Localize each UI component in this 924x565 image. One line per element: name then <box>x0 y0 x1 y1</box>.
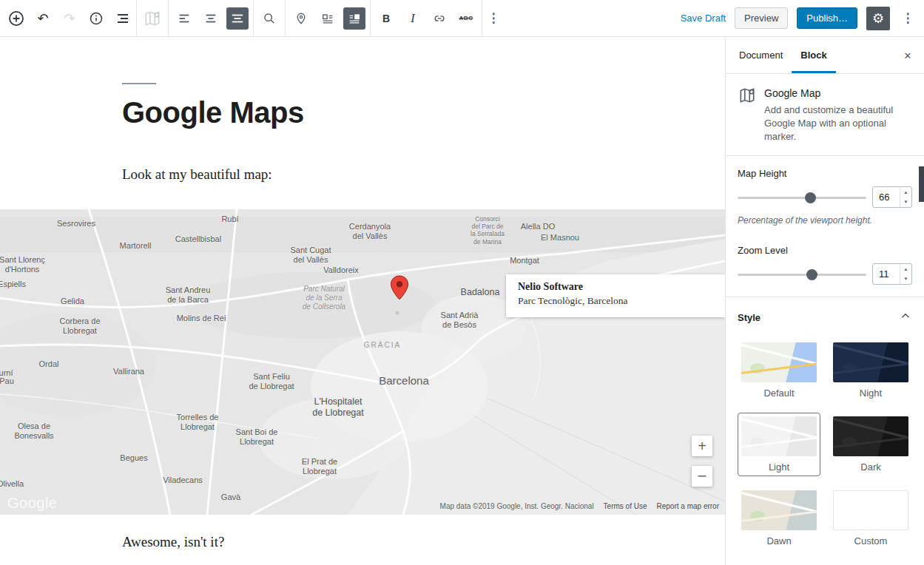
toolbar-right-group: Save Draft Preview Publish… ⚙ ⋮ <box>681 0 924 36</box>
plus-circle-icon <box>8 10 24 27</box>
alignment-group <box>168 0 253 36</box>
slider-thumb[interactable] <box>805 192 816 203</box>
infowindow-right-button[interactable] <box>343 7 365 30</box>
toolbar-left-group: ↶ ↷ <box>0 0 136 36</box>
zoom-level-input[interactable]: 11 ▲▼ <box>872 263 912 285</box>
link-button[interactable] <box>426 5 453 32</box>
bold-button[interactable]: B <box>373 5 399 32</box>
map-place-label: Sesrovires <box>57 219 95 229</box>
google-logo[interactable]: Google <box>7 495 58 512</box>
google-map-block-button[interactable] <box>139 5 166 32</box>
stepper-arrows[interactable]: ▲▼ <box>900 264 911 284</box>
map-height-slider[interactable] <box>738 187 866 208</box>
map-place-label: Sant Cugat del Vallès <box>290 246 331 265</box>
align-wide-button[interactable] <box>226 7 249 30</box>
style-option-light[interactable]: Light <box>738 413 820 476</box>
style-thumbnail <box>741 490 817 530</box>
preview-button[interactable]: Preview <box>735 7 788 29</box>
info-window-title: Nelio Software <box>518 281 713 293</box>
save-draft-button[interactable]: Save Draft <box>681 13 726 24</box>
undo-button[interactable]: ↶ <box>30 5 56 32</box>
italic-icon: I <box>411 12 414 25</box>
scrollbar-thumb[interactable] <box>919 166 924 202</box>
block-navigation-icon <box>115 11 130 26</box>
style-option-dark[interactable]: Dark <box>829 413 912 476</box>
more-tools-button[interactable]: ⋮ <box>899 5 917 32</box>
settings-sidebar: Document Block ✕ Google Map Add and cust… <box>725 37 924 565</box>
map-height-input[interactable]: 66 ▲▼ <box>872 186 912 208</box>
zoom-out-button[interactable]: − <box>692 466 712 487</box>
redo-button[interactable]: ↷ <box>56 5 83 32</box>
map-settings-section: Map Height 66 ▲▼ Percentage of the viewp… <box>726 155 924 297</box>
map-place-label: Cerdanyola del Vallès <box>349 222 391 241</box>
style-option-label: Default <box>741 388 817 399</box>
map-attribution-bar: Map data ©2019 Google, Inst. Geogr. Naci… <box>440 502 719 510</box>
style-option-night[interactable]: Night <box>829 339 912 402</box>
zoom-level-value[interactable]: 11 <box>873 264 900 284</box>
infowindow-left-button[interactable] <box>314 5 341 32</box>
zoom-level-label: Zoom Level <box>738 245 912 256</box>
report-map-error-link[interactable]: Report a map error <box>657 502 719 510</box>
step-up-icon[interactable]: ▲ <box>900 264 911 274</box>
formatting-group: B I ABC <box>370 0 482 36</box>
vertical-dots-icon: ⋮ <box>488 10 500 26</box>
style-option-dawn[interactable]: Dawn <box>738 487 820 550</box>
step-down-icon[interactable]: ▼ <box>900 274 911 285</box>
map-pin-icon <box>294 12 308 25</box>
align-center-icon <box>204 12 217 25</box>
step-up-icon[interactable]: ▲ <box>900 187 911 197</box>
marker-toggle-button[interactable] <box>288 5 314 32</box>
block-card-title: Google Map <box>764 86 897 99</box>
tab-block[interactable]: Block <box>792 37 835 73</box>
map-place-label: Sant Feliu de Llobregat <box>249 372 294 391</box>
map-place-label: Castellbisbal <box>175 234 221 244</box>
address-search-button[interactable] <box>256 5 283 32</box>
align-left-button[interactable] <box>171 5 198 32</box>
italic-button[interactable]: I <box>399 5 426 32</box>
publish-button[interactable]: Publish… <box>797 7 857 29</box>
slider-thumb[interactable] <box>806 269 817 280</box>
content-structure-button[interactable] <box>83 5 109 32</box>
map-place-label: Montgat <box>510 256 539 265</box>
map-place-label: Barcelona <box>379 374 429 388</box>
tab-document[interactable]: Document <box>730 37 792 73</box>
strikethrough-button[interactable]: ABC <box>453 5 479 32</box>
terms-of-use-link[interactable]: Terms of Use <box>604 502 647 510</box>
map-place-label: Espiells <box>0 280 26 289</box>
style-panel-toggle[interactable]: Style <box>738 309 912 325</box>
map-marker-pin[interactable] <box>390 275 409 300</box>
close-icon: ✕ <box>904 50 912 61</box>
style-option-default[interactable]: Default <box>738 339 820 402</box>
map-place-label: L'Hospitalet de Llobregat <box>312 396 364 419</box>
style-option-custom[interactable]: Custom <box>829 487 912 550</box>
inserter-button[interactable] <box>3 5 30 32</box>
map-place-label: Consorci del Parc de la Serralada de Mar… <box>471 215 505 246</box>
paragraph-block[interactable]: Look at my beautiful map: <box>122 166 603 183</box>
step-down-icon[interactable]: ▼ <box>900 197 911 208</box>
map-height-value[interactable]: 66 <box>873 187 900 207</box>
map-info-window: Nelio Software Parc Tecnològic, Barcelon… <box>506 274 725 317</box>
paragraph-block[interactable]: Awesome, isn't it? <box>122 534 603 550</box>
align-center-button[interactable] <box>198 5 224 32</box>
google-map-block[interactable]: SesroviresRubíMartorellCastellbisbalCerd… <box>0 209 725 515</box>
map-height-label: Map Height <box>738 168 912 179</box>
style-option-label: Dawn <box>741 535 817 547</box>
close-sidebar-button[interactable]: ✕ <box>899 47 917 64</box>
map-place-label: Sant Andreu de la Barca <box>166 285 211 305</box>
post-title[interactable]: Google Maps <box>122 96 603 129</box>
settings-gear-button[interactable]: ⚙ <box>866 7 890 30</box>
block-navigation-button[interactable] <box>109 5 136 32</box>
zoom-in-button[interactable]: + <box>692 436 712 456</box>
stepper-arrows[interactable]: ▲▼ <box>900 187 911 207</box>
search-icon <box>263 12 276 25</box>
zoom-level-slider[interactable] <box>738 264 866 285</box>
editor-canvas: Google Maps Look at my beautiful map: <box>0 37 725 565</box>
infowindow-right-icon <box>348 12 361 25</box>
map-place-label: GRÀCIA <box>364 341 401 350</box>
map-place-label: Begues <box>120 453 147 463</box>
map-place-label: Sant Adrià de Besòs <box>441 311 479 330</box>
map-place-label: Gelida <box>61 297 84 306</box>
map-place-label: Rubí <box>221 214 238 224</box>
block-more-options-button[interactable]: ⋮ <box>485 5 502 32</box>
separator-block[interactable] <box>122 83 156 84</box>
